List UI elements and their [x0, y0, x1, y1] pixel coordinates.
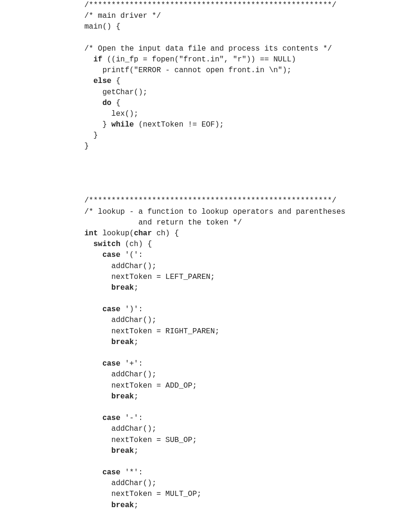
code-block: /***************************************… [0, 0, 420, 511]
code-text: and return the token */ [84, 218, 242, 227]
code-text [84, 251, 102, 259]
code-text [84, 240, 93, 248]
keyword: char [134, 229, 152, 238]
keyword: int [84, 229, 98, 238]
keyword: case [102, 305, 120, 314]
keyword: break [112, 501, 134, 510]
code-text: ')': [120, 305, 143, 314]
code-text: addChar(); [84, 479, 157, 487]
code-text: nextToken = SUB_OP; [84, 436, 197, 444]
code-text: } [84, 142, 89, 150]
code-text: /* main driver */ [84, 12, 161, 20]
code-text: addChar(); [84, 370, 157, 379]
keyword: case [102, 414, 120, 422]
code-text: '+': [120, 360, 143, 368]
code-text [84, 447, 112, 455]
code-text [84, 99, 102, 107]
code-text: '*': [120, 468, 143, 477]
code-text: nextToken = RIGHT_PAREN; [84, 327, 219, 336]
code-text: '-': [120, 414, 143, 422]
keyword: break [112, 284, 134, 292]
keyword: case [102, 251, 120, 259]
code-text [84, 55, 93, 64]
keyword: break [112, 338, 134, 346]
code-text: { [112, 99, 120, 107]
keyword: if [93, 55, 102, 64]
code-text: ; [134, 447, 139, 455]
code-text: addChar(); [84, 262, 157, 270]
code-text: } [84, 131, 98, 140]
code-text [84, 338, 112, 346]
code-text: addChar(); [84, 425, 157, 433]
code-text: lex(); [84, 110, 138, 118]
code-text: printf("ERROR - cannot open front.in \n"… [84, 66, 292, 75]
code-text: ; [134, 392, 139, 401]
keyword: do [102, 99, 111, 107]
keyword: case [102, 468, 120, 477]
code-text: /***************************************… [84, 1, 337, 9]
code-text: lookup( [98, 229, 134, 238]
code-text [84, 284, 112, 292]
code-text: ch) { [152, 229, 179, 238]
code-text: /***************************************… [84, 196, 337, 205]
keyword: switch [93, 240, 120, 248]
code-text: nextToken = MULT_OP; [84, 490, 202, 498]
code-text: nextToken = LEFT_PAREN; [84, 273, 215, 281]
code-text: /* Open the input data file and process … [84, 45, 332, 53]
keyword: break [112, 392, 134, 401]
code-text: nextToken = ADD_OP; [84, 382, 197, 390]
code-text: ; [134, 284, 139, 292]
code-text: (nextToken != EOF); [134, 120, 224, 129]
code-text: (ch) { [120, 240, 152, 248]
code-text: ; [134, 338, 139, 346]
code-text: /* lookup - a function to lookup operato… [84, 208, 345, 216]
code-text [84, 468, 102, 477]
code-text: { [112, 77, 120, 85]
code-text: ((in_fp = fopen("front.in", "r")) == NUL… [102, 55, 296, 64]
keyword: break [112, 447, 134, 455]
code-text: '(': [120, 251, 143, 259]
code-text: main() { [84, 22, 120, 31]
code-text [84, 392, 112, 401]
code-text: addChar(); [84, 316, 157, 324]
code-text: getChar(); [84, 88, 147, 97]
keyword: case [102, 360, 120, 368]
code-text [84, 414, 102, 422]
code-text [84, 305, 102, 314]
code-text [84, 77, 93, 85]
code-text: } [84, 120, 112, 129]
code-text [84, 360, 102, 368]
code-text: ; [134, 501, 139, 510]
keyword: while [112, 120, 134, 129]
keyword: else [93, 77, 111, 85]
code-text [84, 501, 112, 510]
